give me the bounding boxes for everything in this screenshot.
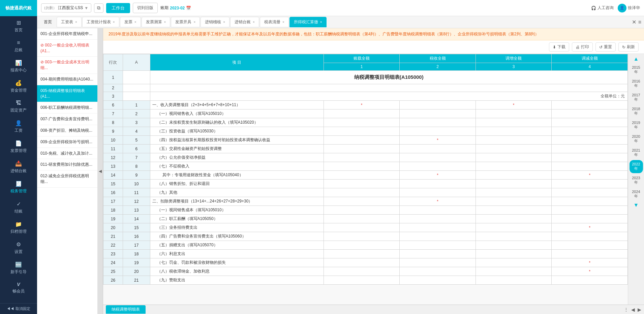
- year-item-2018[interactable]: 2018年: [630, 105, 643, 118]
- sidebar-item-fixed-assets[interactable]: 🏗 固定资产: [0, 97, 37, 117]
- sidebar-item-settings[interactable]: ⚙ 设置: [0, 238, 37, 258]
- left-panel-item-1[interactable]: 001-企业所得税年度纳税申...: [37, 28, 97, 40]
- year-nav-down[interactable]: ▼: [633, 201, 640, 209]
- tab-invoice-calc[interactable]: 发票测算 ×: [142, 17, 171, 27]
- print-btn[interactable]: 🖨 打印: [572, 42, 593, 52]
- tab-invoice-close[interactable]: ×: [134, 20, 136, 24]
- user-info[interactable]: 👤 徐泽华: [618, 4, 640, 12]
- company-select[interactable]: (勿删） 江西股宝-LSS ▼: [41, 3, 91, 12]
- tab-close-all-icon[interactable]: ✕: [632, 19, 636, 25]
- sidebar-item-guide[interactable]: 🆕 新手引导: [0, 258, 37, 278]
- tab-salary-close[interactable]: ×: [75, 20, 77, 24]
- workbench-btn[interactable]: 工作台: [106, 3, 130, 13]
- left-panel-item-4[interactable]: 004-期间费用明细表(A1040...: [37, 74, 97, 85]
- year-item-2021[interactable]: 2021年: [630, 146, 643, 159]
- tab-salary-stats-label: 工资统计报表: [87, 19, 111, 25]
- download-icon: ⬇: [553, 45, 556, 50]
- col-a-header: A: [123, 54, 150, 71]
- left-panel-item-7[interactable]: 007-广告费和业务宣传费明...: [37, 114, 97, 125]
- tab-home-label: 首页: [44, 19, 52, 25]
- sidebar-unfix-btn[interactable]: ◀◀ 取消固定: [0, 303, 37, 314]
- sidebar-item-member[interactable]: V 畅会员: [0, 278, 37, 297]
- sidebar-item-invoice[interactable]: 📄 发票管理: [0, 137, 37, 157]
- left-panel-item-3[interactable]: ⊘ 003-一般企业成本支出明细...: [37, 57, 97, 74]
- left-panel-item-9[interactable]: 009-企业所得税弥补亏损明...: [37, 136, 97, 148]
- bottom-icon-1[interactable]: ⋮: [624, 307, 628, 312]
- left-panel-item-11[interactable]: 011-研发费用加计扣除优惠...: [37, 159, 97, 170]
- sidebar-item-salary[interactable]: 👤 工资: [0, 117, 37, 137]
- sidebar-label-assets: 资金管理: [10, 88, 27, 93]
- settings-icon: ⚙: [16, 241, 21, 248]
- data-table: 行次 A 项 目 账载全额 税收全额 调增全额 调减全额 1: [103, 54, 628, 285]
- sidebar-item-import-ledger[interactable]: 📥 进销台账: [0, 157, 37, 177]
- year-item-2022[interactable]: 2022年: [630, 160, 643, 173]
- warning-bar: 2019年度涉及取以前年度继续纳税的申报表单元格需要手工维护正确，才能保证本年及…: [103, 28, 644, 40]
- tab-invoice-calc-label: 发票测算: [146, 19, 162, 25]
- table-row: 21 16 （四）广告费和业务宣传费支出（填写A105060）: [103, 232, 628, 241]
- sidebar-item-settlement[interactable]: ✓ 结账: [0, 197, 37, 218]
- year-item-2019[interactable]: 2019年: [630, 119, 643, 132]
- tab-import-ledger[interactable]: 进销台账 ×: [230, 17, 259, 27]
- collapse-panel-btn[interactable]: ◀: [98, 28, 103, 314]
- switch-old-btn[interactable]: 切到旧版: [133, 3, 158, 13]
- spreadsheet-container[interactable]: 行次 A 项 目 账载全额 税收全额 调增全额 调减全额 1: [103, 54, 628, 305]
- left-panel-item-2[interactable]: ⊘ 002-一般企业收入明细表(A1...: [37, 40, 97, 57]
- col3-sub: 3: [476, 63, 552, 71]
- tab-import-detail-close[interactable]: ×: [223, 20, 225, 24]
- scroll-left-icon[interactable]: ◀: [631, 307, 635, 312]
- tab-tax-clear[interactable]: 税表清册 ×: [260, 17, 289, 27]
- tab-import-detail[interactable]: 进销稽核 ×: [201, 17, 229, 27]
- tab-invoice-open[interactable]: 发票开具 ×: [171, 17, 200, 27]
- sidebar-item-ledger[interactable]: ≡ 总账: [0, 36, 37, 56]
- fixed-assets-icon: 🏗: [16, 100, 21, 106]
- tabbar-actions: ✕ ≡: [632, 19, 641, 25]
- sidebar-label-invoice: 发票管理: [10, 148, 27, 154]
- reset-icon: ↺: [599, 45, 603, 50]
- year-item-2017[interactable]: 2017年: [630, 91, 643, 104]
- tab-home[interactable]: 首页: [40, 17, 56, 27]
- company-prefix: (勿删）: [44, 5, 57, 10]
- topbar: (勿删） 江西股宝-LSS ▼ ⧉ 工作台 切到旧版 账期 2023-02 📅 …: [37, 0, 644, 16]
- left-panel-item-12[interactable]: 012-减免企业所得税优惠明细...: [37, 170, 97, 188]
- sidebar-item-reports[interactable]: 📊 报表中心: [0, 56, 37, 76]
- sidebar-item-assets[interactable]: 💰 资金管理: [0, 76, 37, 97]
- scroll-right-icon[interactable]: ▶: [638, 307, 641, 312]
- left-panel-item-10[interactable]: 010-免税、减计收入及加计...: [37, 148, 97, 159]
- reports-icon: 📊: [15, 60, 22, 66]
- tab-salary-stats-close[interactable]: ×: [113, 20, 115, 24]
- sidebar-item-tax[interactable]: 🧾 税务管理: [0, 177, 37, 197]
- year-item-2024[interactable]: 2024年: [630, 188, 643, 201]
- tab-invoice-open-label: 发票开具: [175, 19, 191, 25]
- left-panel-item-5[interactable]: 005-纳税调整项目明细表(A1...: [37, 85, 97, 102]
- tab-income-tax-close[interactable]: ×: [320, 20, 322, 24]
- reset-btn[interactable]: ↺ 重置: [595, 42, 616, 52]
- tab-import-ledger-close[interactable]: ×: [253, 20, 255, 24]
- tab-menu-icon[interactable]: ≡: [638, 19, 641, 25]
- sidebar-item-archive[interactable]: 📁 归档管理: [0, 218, 37, 238]
- year-nav-up[interactable]: ▲: [633, 55, 640, 63]
- year-panel: ▲ 2015年 2016年 2017年 2018年 2019年 2020年 20…: [628, 54, 644, 305]
- year-item-2020[interactable]: 2020年: [630, 132, 643, 146]
- company-copy-btn[interactable]: ⧉: [94, 3, 103, 13]
- year-item-2015[interactable]: 2015年: [630, 63, 643, 76]
- left-panel-item-6[interactable]: 006-职工薪酬纳税调整明细...: [37, 102, 97, 114]
- year-item-2023[interactable]: 2023年: [630, 174, 643, 187]
- tab-invoice-open-close[interactable]: ×: [193, 20, 195, 24]
- table-row: 20 15 （三）业务招待费支出 *: [103, 223, 628, 232]
- bottom-tab-adjust[interactable]: 纳税调整明细表: [106, 305, 146, 314]
- tab-salary-stats[interactable]: 工资统计报表 ×: [82, 17, 119, 27]
- refresh-btn[interactable]: ↻ 刷新: [618, 42, 639, 52]
- tab-income-tax[interactable]: 所得税汇算缴 ×: [289, 17, 327, 27]
- table-row: 15 10 （八）销售折扣、折让和退回: [103, 180, 628, 188]
- download-btn[interactable]: ⬇ 下载: [549, 42, 569, 52]
- help-btn[interactable]: 🎧 人工咨询: [591, 5, 614, 11]
- sidebar-label-salary: 工资: [14, 128, 23, 133]
- tab-invoice[interactable]: 发票 ×: [120, 17, 141, 27]
- period-calendar-icon[interactable]: 📅: [186, 6, 191, 10]
- sidebar-item-home[interactable]: ⊞ 首页: [0, 16, 37, 36]
- tab-tax-clear-close[interactable]: ×: [282, 20, 284, 24]
- left-panel-item-8[interactable]: 008-资产折旧、摊销及纳税...: [37, 125, 97, 136]
- tab-invoice-calc-close[interactable]: ×: [164, 20, 166, 24]
- year-item-2016[interactable]: 2016年: [630, 77, 643, 90]
- tab-salary[interactable]: 工资表 ×: [57, 17, 82, 27]
